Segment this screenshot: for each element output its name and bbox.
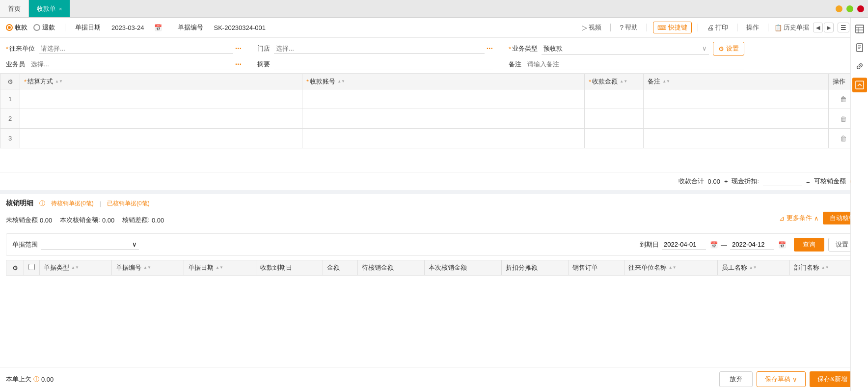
- tab-current[interactable]: 收款单 ×: [29, 0, 70, 17]
- nav-prev-btn[interactable]: ◀: [813, 23, 823, 32]
- print-btn[interactable]: 🖨 打印: [704, 22, 731, 33]
- unreconciled-value: 0.00: [40, 217, 52, 224]
- row-1-settle[interactable]: [20, 89, 302, 109]
- discard-btn[interactable]: 放弃: [719, 371, 753, 387]
- recon-th-checkbox[interactable]: [24, 260, 40, 276]
- salesperson-input[interactable]: [29, 59, 233, 69]
- doc-range-select[interactable]: ∨: [41, 240, 139, 250]
- sidebar-doc-icon[interactable]: [852, 40, 867, 55]
- summary-input[interactable]: [274, 59, 493, 69]
- history-btn[interactable]: 📋 历史单据: [774, 23, 809, 32]
- doc-range-chevron-icon: ∨: [132, 241, 137, 248]
- row-2-account[interactable]: [302, 109, 585, 129]
- recon-th-gear[interactable]: ⚙: [6, 260, 24, 276]
- recon-th-discount: 折扣分摊额: [501, 260, 568, 276]
- form-row-1: * 往来单位 ··· 门店 ··· * 业务类型 预收款 ∨ ⚙: [6, 42, 862, 56]
- table-gear-icon[interactable]: ⚙: [7, 78, 13, 85]
- settings-btn-label: 设置: [726, 44, 739, 53]
- view-list-btn[interactable]: ☰: [838, 23, 849, 32]
- recon-table-section: ⚙ 单据类型 ▲▼ 单据编号: [6, 260, 862, 276]
- date-calendar-icon[interactable]: 📅: [154, 24, 162, 31]
- sort-recon-docnum[interactable]: ▲▼: [143, 266, 151, 270]
- pending-tab[interactable]: 待核销单据(0笔): [51, 199, 94, 208]
- help-icon: ?: [620, 24, 624, 31]
- recon-info-icon[interactable]: ⓘ: [39, 199, 45, 208]
- window-minimize-btn[interactable]: [836, 5, 842, 12]
- recon-th-due-date: 收款到期日: [256, 260, 323, 276]
- salesperson-more-icon[interactable]: ···: [235, 60, 242, 69]
- tab-home-label: 首页: [8, 4, 21, 13]
- refund-radio[interactable]: 退款: [33, 23, 55, 32]
- available-label: 可核销金额: [814, 177, 846, 186]
- sidebar-link-icon[interactable]: [852, 59, 867, 74]
- date-dash: —: [721, 241, 727, 249]
- due-date-end-input[interactable]: [730, 240, 774, 250]
- row-1-remark[interactable]: [644, 89, 829, 109]
- sort-recon-docdate[interactable]: ▲▼: [216, 266, 223, 270]
- receipt-refund-toggle: 收款 退款: [6, 23, 55, 32]
- due-date-end-cal-icon[interactable]: 📅: [778, 241, 786, 249]
- shortcut-btn[interactable]: ⌨ 快捷键: [653, 22, 692, 33]
- tab-home[interactable]: 首页: [0, 0, 29, 17]
- sort-recon-employee[interactable]: ▲▼: [749, 266, 757, 270]
- counterpart-more-icon[interactable]: ···: [235, 44, 242, 53]
- filter-more-btn[interactable]: ⊿ 更多条件 ∧: [779, 214, 819, 223]
- biz-type-dropdown[interactable]: 预收款 ∨: [542, 43, 709, 55]
- sort-icon-settle[interactable]: ▲▼: [55, 80, 63, 84]
- store-input[interactable]: [274, 44, 485, 54]
- sort-recon-doctype[interactable]: ▲▼: [71, 266, 79, 270]
- sort-recon-dept[interactable]: ▲▼: [821, 266, 829, 270]
- summary-row: 收款合计 0.00 + 现金折扣: = 可核销金额 0.00: [0, 172, 868, 190]
- recon-th-doc-date: 单据日期 ▲▼: [184, 260, 256, 276]
- row-2-delete-icon[interactable]: 🗑: [840, 115, 847, 123]
- help-btn[interactable]: ? 帮助: [617, 22, 641, 33]
- row-3-settle[interactable]: [20, 129, 302, 148]
- toolbar-divider-5: [737, 24, 737, 31]
- store-more-icon[interactable]: ···: [487, 44, 493, 53]
- row-1-delete-icon[interactable]: 🗑: [840, 95, 847, 103]
- operate-btn[interactable]: 操作: [743, 22, 762, 33]
- tab-close-icon[interactable]: ×: [59, 6, 62, 12]
- due-date-start-input[interactable]: [662, 240, 706, 250]
- window-close-btn[interactable]: [857, 5, 864, 12]
- recon-th-dept-label: 部门名称: [794, 263, 819, 272]
- row-1-amount[interactable]: [585, 89, 644, 109]
- operate-label: 操作: [746, 23, 759, 32]
- row-2-settle[interactable]: [20, 109, 302, 129]
- row-1-account[interactable]: [302, 89, 585, 109]
- row-3-remark[interactable]: [644, 129, 829, 148]
- sidebar-table-icon[interactable]: [852, 22, 867, 36]
- nav-next-btn[interactable]: ▶: [824, 23, 834, 32]
- sort-recon-counterpart[interactable]: ▲▼: [669, 266, 677, 270]
- row-2-remark[interactable]: [644, 109, 829, 129]
- th-gear[interactable]: ⚙: [0, 74, 20, 89]
- recon-gear-icon[interactable]: ⚙: [12, 264, 18, 272]
- salesperson-field: 业务员 ···: [6, 59, 242, 69]
- done-tab[interactable]: 已核销单据(0笔): [107, 199, 150, 208]
- th-receipt-amount: * 收款金额 ▲▼: [585, 74, 644, 89]
- row-2-amount[interactable]: [585, 109, 644, 129]
- sort-icon-remark[interactable]: ▲▼: [662, 80, 670, 84]
- sidebar-expand-icon[interactable]: [852, 78, 867, 92]
- counterpart-field: * 往来单位 ···: [6, 44, 242, 54]
- discount-input[interactable]: [763, 176, 802, 186]
- row-3-delete-icon[interactable]: 🗑: [840, 135, 847, 142]
- biz-settings-btn[interactable]: ⚙ 设置: [713, 42, 744, 56]
- video-btn[interactable]: ▷ 视频: [579, 22, 604, 33]
- receipt-radio[interactable]: 收款: [6, 23, 27, 32]
- filter-icon: ⊿: [779, 215, 785, 222]
- svg-rect-0: [856, 25, 864, 33]
- sort-icon-account[interactable]: ▲▼: [337, 80, 345, 84]
- window-maximize-btn[interactable]: [846, 5, 853, 12]
- query-btn[interactable]: 查询: [794, 238, 824, 251]
- remark-input[interactable]: [525, 59, 744, 69]
- row-3-account[interactable]: [302, 129, 585, 148]
- recon-select-all-checkbox[interactable]: [28, 264, 35, 270]
- recon-table: ⚙ 单据类型 ▲▼ 单据编号: [6, 260, 862, 276]
- due-date-start-cal-icon[interactable]: 📅: [710, 241, 718, 249]
- counterpart-input[interactable]: [39, 44, 233, 54]
- row-3-amount[interactable]: [585, 129, 644, 148]
- sort-icon-amount[interactable]: ▲▼: [620, 80, 627, 84]
- stat-info-icon[interactable]: ⓘ: [33, 375, 39, 384]
- draft-btn[interactable]: 保存草稿 ∨: [757, 371, 806, 387]
